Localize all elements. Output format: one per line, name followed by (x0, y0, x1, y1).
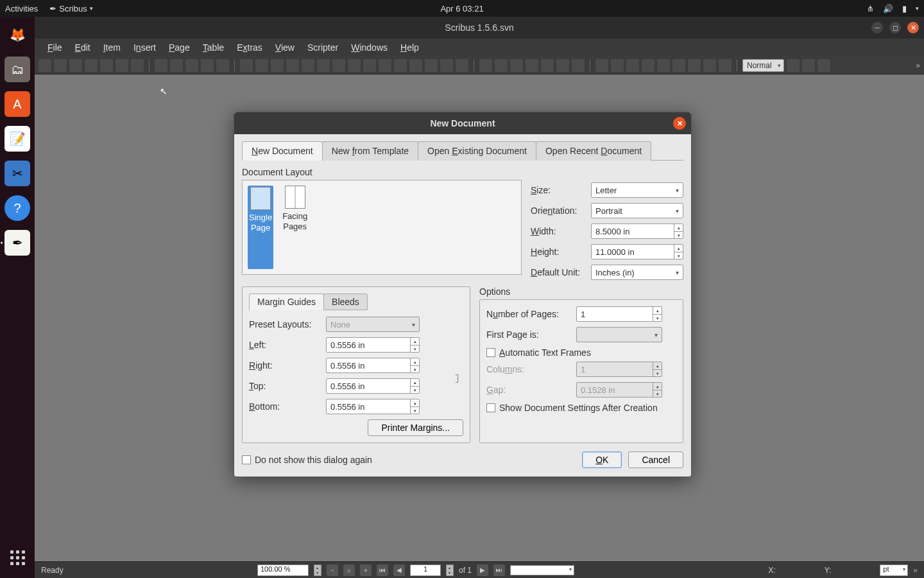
tb-calligraphic-icon[interactable] (425, 59, 438, 72)
dock-text-editor[interactable]: 📝 (4, 126, 30, 152)
first-page-icon[interactable]: ⏮ (377, 565, 388, 576)
next-page-icon[interactable]: ▶ (477, 565, 488, 576)
dock-show-apps[interactable] (4, 545, 30, 570)
tb-zoom-icon[interactable] (456, 59, 468, 72)
tab-new-document[interactable]: New Document (242, 141, 323, 161)
network-icon[interactable]: ⋔ (867, 4, 874, 13)
tb-preflight-icon[interactable] (116, 59, 128, 72)
size-combo[interactable]: Letter (591, 182, 683, 198)
tb-undo-icon[interactable] (155, 59, 167, 72)
tb-spiral-icon[interactable] (363, 59, 376, 72)
system-menu-chevron-icon[interactable]: ▾ (916, 5, 919, 12)
margin-bottom-input[interactable]: 0.5556 in▴▾ (326, 399, 420, 414)
tab-open-existing[interactable]: Open Existing Document (418, 141, 536, 161)
tb-imageframe-icon[interactable] (271, 59, 284, 72)
dock-software[interactable]: A (4, 91, 30, 117)
tb-preview-icon[interactable] (802, 59, 815, 72)
statusbar-overflow-icon[interactable]: » (913, 566, 918, 575)
menu-insert[interactable]: Insert (127, 40, 162, 55)
tb-pdf-3d-icon[interactable] (719, 59, 732, 72)
cancel-button[interactable]: Cancel (628, 451, 683, 468)
subtab-bleeds[interactable]: Bleeds (323, 293, 368, 310)
dock-firefox[interactable]: 🦊 (4, 22, 30, 48)
menu-item[interactable]: Item (97, 40, 127, 55)
tb-pdf-icon[interactable] (131, 59, 144, 72)
tb-cut-icon[interactable] (185, 59, 198, 72)
tb-textframe-icon[interactable] (255, 59, 268, 72)
toolbar-overflow-icon[interactable]: » (916, 61, 920, 70)
app-menu[interactable]: ✒ Scribus ▾ (49, 4, 92, 13)
tb-storyeditor-icon[interactable] (495, 59, 508, 72)
menu-windows[interactable]: Windows (345, 40, 394, 55)
menu-page[interactable]: Page (162, 40, 196, 55)
tb-editmode-icon[interactable] (817, 59, 830, 72)
tb-select-icon[interactable] (240, 59, 253, 72)
tb-redo-icon[interactable] (170, 59, 183, 72)
menu-scripter[interactable]: Scripter (301, 40, 345, 55)
zoom-input[interactable]: 100.00 % (257, 565, 309, 576)
tb-bezier-icon[interactable] (394, 59, 407, 72)
width-input[interactable]: 8.5000 in▴▾ (591, 223, 683, 239)
tb-pdf-annot-icon[interactable] (688, 59, 701, 72)
tb-save-icon[interactable] (69, 59, 82, 72)
tb-print-icon[interactable] (100, 59, 113, 72)
margin-left-input[interactable]: 0.5556 in▴▾ (326, 337, 420, 353)
auto-text-frames-check[interactable]: Automatic Text Frames (486, 347, 676, 358)
zoom-out-icon[interactable]: － (327, 565, 338, 576)
dock-scribus[interactable]: ✒ (4, 230, 30, 256)
menu-edit[interactable]: Edit (69, 40, 97, 55)
battery-icon[interactable]: ▮ (902, 4, 907, 13)
npages-input[interactable]: 1▴▾ (576, 306, 662, 322)
tb-paste-icon[interactable] (216, 59, 229, 72)
page-stepper[interactable]: ▴▾ (446, 565, 454, 576)
zoom-stepper[interactable]: ▴▾ (314, 565, 321, 576)
tb-shape-icon[interactable] (317, 59, 330, 72)
printer-margins-button[interactable]: Printer Margins... (368, 419, 463, 436)
dialog-close-button[interactable]: ✕ (673, 117, 686, 130)
height-input[interactable]: 11.0000 in▴▾ (591, 244, 683, 259)
zoom-reset-icon[interactable]: ⌕ (343, 565, 355, 576)
tb-pdf-link-icon[interactable] (703, 59, 716, 72)
menu-view[interactable]: View (269, 40, 301, 55)
tb-rotate-icon[interactable] (440, 59, 453, 72)
prev-page-icon[interactable]: ◀ (393, 565, 405, 576)
menu-file[interactable]: File (41, 40, 69, 55)
ok-button[interactable]: OK (582, 451, 622, 468)
tb-pdf-check-icon[interactable] (611, 59, 624, 72)
tb-render-icon[interactable] (286, 59, 299, 72)
tb-pdf-radio-icon[interactable] (626, 59, 639, 72)
tb-open-icon[interactable] (54, 59, 67, 72)
volume-icon[interactable]: 🔊 (883, 4, 893, 13)
dont-show-again-check[interactable]: Do not show this dialog again (242, 455, 372, 465)
tb-table-icon[interactable] (302, 59, 314, 72)
dock-files[interactable]: 🗂 (4, 57, 30, 82)
tab-open-recent[interactable]: Open Recent Document (536, 141, 651, 161)
layout-single-page[interactable]: Single Page (248, 186, 273, 269)
tb-pdf-button-icon[interactable] (595, 59, 608, 72)
link-margins-toggle[interactable]: ┐┘ (453, 371, 463, 386)
tb-arc-icon[interactable] (348, 59, 361, 72)
current-page-input[interactable]: 1 (410, 565, 441, 576)
subtab-margin-guides[interactable]: Margin Guides (249, 293, 324, 310)
unit-combo[interactable]: Inches (in) (591, 265, 683, 280)
last-page-icon[interactable]: ⏭ (493, 565, 505, 576)
window-maximize-button[interactable]: ◻ (889, 22, 901, 33)
unit-status-combo[interactable]: pt (880, 565, 908, 576)
tb-pdf-text-icon[interactable] (642, 59, 654, 72)
margin-top-input[interactable]: 0.5556 in▴▾ (326, 378, 420, 394)
tb-polygon-icon[interactable] (332, 59, 345, 72)
tb-measure-icon[interactable] (541, 59, 554, 72)
menu-extras[interactable]: Extras (230, 40, 269, 55)
zoom-in-icon[interactable]: ＋ (360, 565, 372, 576)
tb-linkframe-icon[interactable] (510, 59, 523, 72)
margin-right-input[interactable]: 0.5556 in▴▾ (326, 358, 420, 373)
dock-screenshot[interactable]: ✂ (4, 161, 30, 186)
tb-copy-icon[interactable] (201, 59, 214, 72)
tb-new-icon[interactable] (38, 59, 51, 72)
tb-freehand-icon[interactable] (409, 59, 422, 72)
tb-pdf-list-icon[interactable] (672, 59, 685, 72)
view-mode-combo[interactable]: Normal (742, 59, 784, 72)
tb-eyedropper-icon[interactable] (572, 59, 585, 72)
show-settings-check[interactable]: Show Document Settings After Creation (486, 403, 676, 413)
tb-close-icon[interactable] (85, 59, 98, 72)
